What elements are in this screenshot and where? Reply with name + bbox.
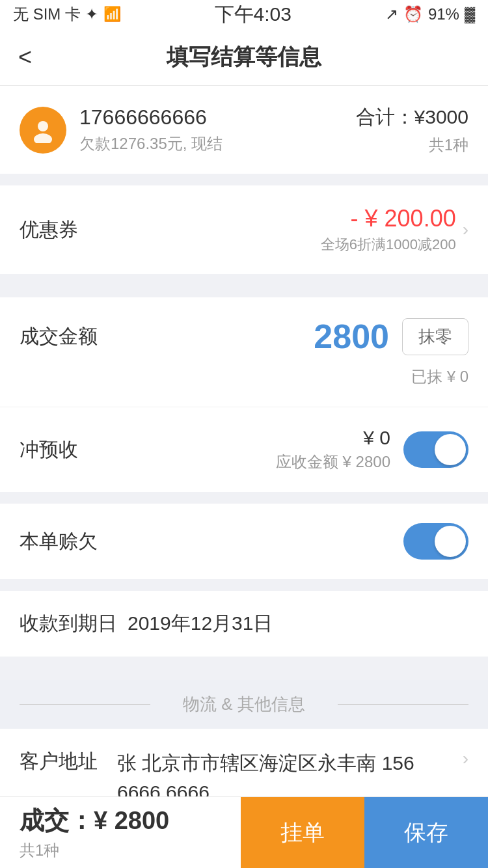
debt-toggle[interactable]: [403, 523, 468, 560]
nav-bar: < 填写结算等信息: [0, 29, 488, 86]
prepay-sub: 应收金额 ¥ 2800: [276, 452, 390, 472]
amount-right: 2800 抹零: [314, 317, 468, 356]
coupon-right: - ¥ 200.00 全场6折满1000减200: [321, 205, 456, 254]
customer-total: 合计：¥3000: [356, 104, 468, 131]
prepay-row: 冲预收 ¥ 0 应收金额 ¥ 2800: [0, 407, 488, 492]
battery-label: 91%: [428, 5, 459, 23]
status-right: ↗ ⏰ 91% ▓: [385, 5, 475, 23]
sim-label: 无 SIM 卡 ✦: [13, 4, 98, 25]
customer-right: 合计：¥3000 共1种: [356, 104, 468, 156]
svg-point-1: [34, 133, 52, 143]
amount-label: 成交金额: [20, 323, 98, 350]
divider-1: [0, 286, 488, 297]
alarm-icon: ⏰: [403, 5, 423, 23]
debt-label: 本单赊欠: [20, 528, 98, 555]
amount-sub: 已抹 ¥ 0: [20, 366, 468, 387]
logistics-divider: 物流 & 其他信息: [0, 680, 488, 729]
customer-left: 17666666666 欠款1276.35元, 现结: [20, 105, 223, 154]
duedate-row: 收款到期日 2019年12月31日: [20, 610, 468, 637]
customer-phone: 17666666666: [79, 105, 223, 129]
battery-icon: ▓: [465, 6, 475, 23]
debt-section: 本单赊欠: [0, 504, 488, 579]
customer-info: 17666666666 欠款1276.35元, 现结: [79, 105, 223, 154]
back-button[interactable]: <: [18, 44, 32, 71]
coupon-row[interactable]: 优惠券 - ¥ 200.00 全场6折满1000减200 ›: [0, 185, 488, 274]
duedate-section: 收款到期日 2019年12月31日: [0, 591, 488, 657]
customer-count: 共1种: [356, 135, 468, 156]
logistics-label: 物流 & 其他信息: [183, 693, 305, 716]
duedate-value: 2019年12月31日: [128, 610, 273, 637]
divider-3: [0, 668, 488, 680]
page-title: 填写结算等信息: [167, 42, 321, 72]
prepay-amounts: ¥ 0 应收金额 ¥ 2800: [276, 427, 390, 472]
amount-section: 成交金额 2800 抹零 已抹 ¥ 0: [0, 297, 488, 407]
footer: 成交：¥ 2800 共1种 挂单 保存: [0, 796, 488, 868]
footer-deal-prefix: 成交：: [20, 807, 94, 834]
location-icon: ↗: [385, 5, 398, 23]
divider-2: [0, 492, 488, 504]
status-left: 无 SIM 卡 ✦ 📶: [13, 4, 121, 25]
svg-point-0: [38, 121, 48, 131]
status-bar: 无 SIM 卡 ✦ 📶 下午4:03 ↗ ⏰ 91% ▓: [0, 0, 488, 29]
prepay-value: ¥ 0: [276, 427, 390, 449]
prepay-right: ¥ 0 应收金额 ¥ 2800: [276, 427, 468, 472]
coupon-label: 优惠券: [20, 217, 78, 243]
address-chevron-icon: ›: [463, 748, 468, 769]
footer-deal: 成交：¥ 2800: [20, 804, 221, 837]
hang-button[interactable]: 挂单: [241, 797, 364, 869]
content-area: 17666666666 欠款1276.35元, 现结 合计：¥3000 共1种 …: [0, 86, 488, 868]
footer-deal-amount: ¥ 2800: [94, 807, 169, 834]
address-label: 客户地址: [20, 748, 98, 775]
time-display: 下午4:03: [215, 1, 291, 28]
duedate-label: 收款到期日: [20, 610, 117, 637]
customer-card: 17666666666 欠款1276.35元, 现结 合计：¥3000 共1种: [0, 86, 488, 174]
coupon-discount: - ¥ 200.00: [321, 205, 456, 232]
customer-debt: 欠款1276.35元, 现结: [79, 133, 223, 154]
footer-info: 成交：¥ 2800 共1种: [0, 804, 241, 861]
amount-row: 成交金额 2800 抹零: [20, 317, 468, 356]
prepay-label: 冲预收: [20, 437, 78, 463]
round-button[interactable]: 抹零: [402, 318, 468, 355]
save-button[interactable]: 保存: [364, 797, 488, 869]
footer-count: 共1种: [20, 840, 221, 861]
chevron-right-icon: ›: [463, 219, 468, 240]
amount-value: 2800: [314, 317, 389, 356]
coupon-desc: 全场6折满1000减200: [321, 235, 456, 254]
prepay-toggle[interactable]: [403, 431, 468, 468]
avatar: [20, 107, 66, 154]
coupon-section[interactable]: 优惠券 - ¥ 200.00 全场6折满1000减200 ›: [0, 185, 488, 274]
wifi-icon: 📶: [103, 6, 121, 23]
